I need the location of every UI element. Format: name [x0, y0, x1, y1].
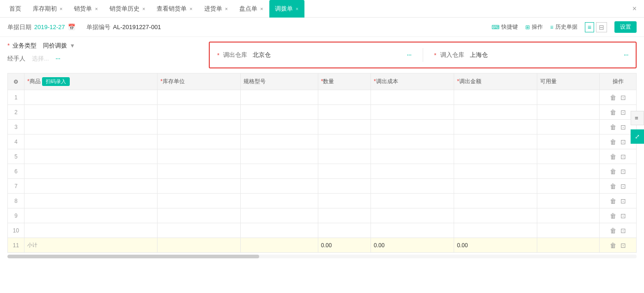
tab-home[interactable]: 首页: [4, 0, 27, 18]
transfer-in-more-icon[interactable]: ···: [624, 51, 628, 59]
copy-icon-1[interactable]: ⊡: [620, 94, 626, 101]
row-num-4: 4: [8, 134, 24, 149]
copy-icon-6[interactable]: ⊡: [620, 168, 626, 175]
delete-icon-10[interactable]: 🗑: [610, 227, 616, 234]
subtotal-unit-cell: [158, 238, 241, 253]
subtotal-label-cell: 小计: [24, 238, 158, 253]
tab-transfer[interactable]: 调拨单 ×: [269, 0, 304, 18]
tab-purchase-order-close[interactable]: ×: [225, 6, 228, 12]
tab-sales-history-close[interactable]: ×: [142, 6, 145, 12]
calendar-icon[interactable]: 📅: [68, 24, 75, 31]
delete-icon-6[interactable]: 🗑: [610, 168, 616, 175]
col-available-header: 可用量: [537, 73, 600, 90]
copy-icon-7[interactable]: ⊡: [620, 183, 626, 190]
subtotal-qty-cell: 0.00: [318, 238, 371, 253]
delete-icon-2[interactable]: 🗑: [610, 109, 616, 116]
delete-icon-4[interactable]: 🗑: [610, 138, 616, 146]
subtotal-available-cell: [537, 238, 600, 253]
spec-cell-9: [241, 208, 318, 223]
business-type-dropdown[interactable]: 同价调拨 ▼: [39, 42, 75, 50]
delete-icon-1[interactable]: 🗑: [610, 94, 616, 101]
available-cell-9: [537, 208, 600, 223]
doc-no-field: 单据编号 AL-20191227-001: [86, 23, 161, 31]
spec-cell-3: [241, 120, 318, 134]
unit-cell-7: [158, 179, 241, 194]
tab-transfer-close[interactable]: ×: [296, 6, 298, 12]
settings-button[interactable]: 设置: [614, 21, 637, 33]
col-settings-header[interactable]: ⚙: [8, 73, 24, 90]
amount-cell-8: [454, 194, 537, 208]
product-cell-9[interactable]: [24, 208, 158, 223]
tab-inventory-init-close[interactable]: ×: [60, 6, 62, 12]
table-row: 6 🗑 ⊡: [8, 164, 637, 179]
copy-icon-9[interactable]: ⊡: [620, 212, 626, 220]
side-expand-button[interactable]: ⤢: [631, 129, 644, 144]
date-value[interactable]: 2019-12-27: [34, 24, 65, 31]
layout-list-button[interactable]: ≡: [585, 22, 594, 32]
product-cell-4[interactable]: [24, 134, 158, 149]
transfer-in-value[interactable]: 上海仓: [470, 51, 488, 59]
copy-icon-10[interactable]: ⊡: [620, 227, 626, 234]
ops-cell-7: 🗑 ⊡: [600, 179, 637, 194]
delete-icon-5[interactable]: 🗑: [610, 153, 616, 160]
history-button[interactable]: ≡ 历史单据: [550, 23, 577, 31]
handler-input[interactable]: 选择...: [32, 55, 49, 63]
form-left: * 业务类型 同价调拨 ▼ 经手人 选择... ···: [7, 42, 201, 63]
copy-icon-4[interactable]: ⊡: [620, 138, 626, 146]
available-cell-6: [537, 164, 600, 179]
tab-view-sales[interactable]: 查看销货单 ×: [151, 0, 198, 18]
tab-stocktake-close[interactable]: ×: [260, 6, 263, 12]
unit-cell-9: [158, 208, 241, 223]
layout-grid-button[interactable]: ⊟: [596, 22, 607, 32]
available-cell-10: [537, 223, 600, 238]
product-cell-10[interactable]: [24, 223, 158, 238]
tab-sales-order[interactable]: 销货单 ×: [68, 0, 103, 18]
side-list-button[interactable]: ≡: [631, 111, 644, 125]
horizontal-scrollbar[interactable]: [7, 255, 637, 258]
tab-home-label: 首页: [9, 5, 21, 13]
transfer-out-more-icon[interactable]: ···: [407, 51, 411, 59]
copy-icon-2[interactable]: ⊡: [620, 109, 626, 116]
tab-view-sales-close[interactable]: ×: [189, 6, 192, 12]
delete-icon-9[interactable]: 🗑: [610, 212, 616, 220]
scan-barcode-button[interactable]: 扫码录入: [42, 77, 70, 86]
product-cell-3[interactable]: [24, 120, 158, 134]
handler-more-icon[interactable]: ···: [55, 55, 60, 63]
tab-inventory-init[interactable]: 库存期初 ×: [27, 0, 68, 18]
copy-icon-5[interactable]: ⊡: [620, 153, 626, 160]
delete-icon-11[interactable]: 🗑: [610, 242, 616, 249]
tab-purchase-order[interactable]: 进货单 ×: [199, 0, 234, 18]
product-cell-8[interactable]: [24, 194, 158, 208]
items-table-container: ⚙ *商品 扫码录入 *库存单位 规格型号 *数量 *调出成本 *调出金额 可用…: [0, 73, 644, 253]
subtotal-cost-cell: 0.00: [371, 238, 454, 253]
qty-cell-10: [318, 223, 371, 238]
operations-button[interactable]: ⊞ 操作: [525, 23, 543, 31]
copy-icon-11[interactable]: ⊡: [620, 242, 626, 249]
doc-no-value: AL-20191227-001: [113, 24, 161, 31]
copy-icon-3[interactable]: ⊡: [620, 123, 626, 131]
transfer-out-value[interactable]: 北京仓: [253, 51, 271, 59]
transfer-out-section: * 调出仓库 北京仓 ···: [217, 51, 412, 59]
delete-icon-3[interactable]: 🗑: [610, 123, 616, 131]
handler-field: 经手人 选择... ···: [7, 55, 201, 63]
business-type-label: * 业务类型: [7, 42, 36, 50]
cost-cell-7: [371, 179, 454, 194]
product-cell-2[interactable]: [24, 105, 158, 120]
ops-cell-10: 🗑 ⊡: [600, 223, 637, 238]
tab-sales-history[interactable]: 销货单历史 ×: [104, 0, 151, 18]
tab-sales-order-close[interactable]: ×: [95, 6, 97, 12]
shortcuts-button[interactable]: ⌨ 快捷键: [492, 23, 518, 31]
ops-cell-6: 🗑 ⊡: [600, 164, 637, 179]
copy-icon-8[interactable]: ⊡: [620, 197, 626, 205]
delete-icon-7[interactable]: 🗑: [610, 183, 616, 190]
product-cell-7[interactable]: [24, 179, 158, 194]
transfer-out-label: 调出仓库: [223, 51, 247, 59]
tab-stocktake[interactable]: 盘点单 ×: [234, 0, 269, 18]
product-cell-1[interactable]: [24, 90, 158, 105]
delete-icon-8[interactable]: 🗑: [610, 197, 616, 205]
window-close-button[interactable]: ×: [629, 5, 640, 13]
product-cell-5[interactable]: [24, 149, 158, 164]
keyboard-icon: ⌨: [492, 24, 499, 31]
product-cell-6[interactable]: [24, 164, 158, 179]
grid-icon: ⊞: [525, 24, 530, 31]
